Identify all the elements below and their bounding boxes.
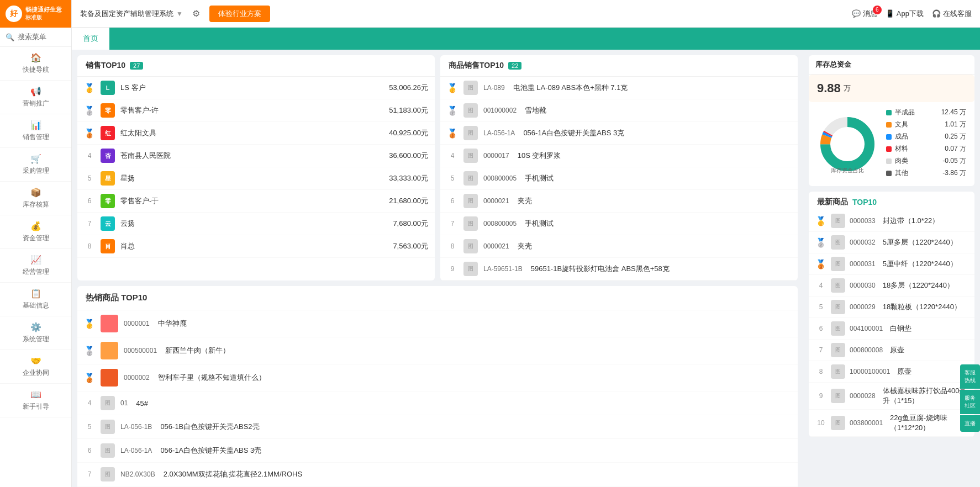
list-item: 5 图 LA-056-1B 056-1B白色按键开关壳ABS2壳 xyxy=(77,415,798,439)
legend-name: 文具 xyxy=(895,120,941,129)
notifications-button[interactable]: 💬 消息 6 xyxy=(852,9,877,19)
legend-item-other: 其他 -3.86 万 xyxy=(886,168,966,178)
product-thumbnail xyxy=(101,315,118,332)
hot-goods-title: 商品销售TOP10 xyxy=(449,61,504,71)
item-code: 01 xyxy=(120,399,128,407)
trial-button[interactable]: 体验行业方案 xyxy=(209,6,270,22)
item-name: LS 客户 xyxy=(120,83,383,93)
sidebar-item-marketing-label: 营销推广 xyxy=(23,99,49,108)
item-code: 0000001 xyxy=(124,320,150,327)
legend-dot xyxy=(886,171,892,176)
rank-num: 9 xyxy=(447,265,458,273)
rank-num: 5 xyxy=(447,174,458,182)
item-code: 000800005 xyxy=(483,174,517,182)
product-avatar: 图 xyxy=(463,81,478,95)
home-icon: 🏠 xyxy=(30,52,41,63)
sidebar-item-collab[interactable]: 🤝 企业协同 xyxy=(0,350,71,384)
cs-live-button[interactable]: 直播 xyxy=(960,415,980,432)
sidebar-item-basics[interactable]: 📋 基础信息 xyxy=(0,283,71,316)
item-code: LA-056-1A xyxy=(120,447,152,454)
sidebar-item-system-label: 系统管理 xyxy=(23,335,49,344)
rank-num-5: 5 xyxy=(84,174,95,182)
item-name: 原壶 xyxy=(890,345,968,355)
rank-num: 5 xyxy=(815,303,826,311)
top-row: 销售TOP10 27 🥇 L LS 客户 53,006.26元 🥈 零 xyxy=(77,55,798,280)
item-amount: 7,680.00元 xyxy=(393,219,428,229)
list-item: 🥉 图 LA-056-1A 056-1A白色按键开关盖ABS 3克 xyxy=(440,122,798,145)
list-item: 7 图 000800005 手机测试 xyxy=(440,213,798,235)
product-avatar: 图 xyxy=(101,467,115,481)
sidebar-item-sales[interactable]: 📊 销售管理 xyxy=(0,114,71,148)
logo-icon: 好 xyxy=(6,6,22,22)
item-code: 001000002 xyxy=(483,107,517,114)
list-item: 🥈 000500001 新西兰牛肉（新牛） xyxy=(77,337,798,364)
sidebar-item-home[interactable]: 🏠 快捷导航 xyxy=(0,47,71,81)
cs-community-button[interactable]: 服务社区 xyxy=(960,390,980,414)
sidebar-item-finance-label: 资金管理 xyxy=(23,234,49,243)
product-avatar: 图 xyxy=(831,321,845,336)
sidebar-item-system[interactable]: ⚙️ 系统管理 xyxy=(0,316,71,350)
legend-item-material: 材料 0.07 万 xyxy=(886,144,966,153)
rank-medal-1: 🥇 xyxy=(84,83,95,93)
sidebar-item-guide[interactable]: 📖 新手引导 xyxy=(0,384,71,417)
legend-item-stationery: 文具 1.01 万 xyxy=(886,120,966,129)
rank-medal: 🥉 xyxy=(447,128,458,139)
tab-home[interactable]: 首页 xyxy=(72,28,109,50)
product-avatar: 图 xyxy=(101,396,115,410)
sidebar-item-basics-label: 基础信息 xyxy=(23,301,49,310)
rank-num: 9 xyxy=(815,392,826,400)
search-menu-label: 搜索菜单 xyxy=(18,32,46,42)
rank-medal-2: 🥈 xyxy=(84,105,95,116)
item-code: LA-056-1B xyxy=(120,423,152,431)
item-amount: 7,563.00元 xyxy=(393,241,428,251)
sidebar-item-finance[interactable]: 💰 资金管理 xyxy=(0,215,71,249)
legend-name: 成品 xyxy=(895,132,941,141)
rank-num-8: 8 xyxy=(84,242,95,250)
list-item: 4 图 0000017 10S 变利罗浆 xyxy=(440,145,798,167)
basics-icon: 📋 xyxy=(30,288,41,299)
rank-num: 4 xyxy=(447,152,458,160)
list-item: 🥈 零 零售客户-许 51,183.00元 xyxy=(77,99,435,122)
sidebar-item-collab-label: 企业协同 xyxy=(23,368,49,378)
item-name: 雪地靴 xyxy=(525,105,791,115)
customer-service-sidebar: 客服热线 服务社区 直播 xyxy=(960,364,980,432)
list-item: 🥇 L LS 客户 53,006.26元 xyxy=(77,77,435,99)
product-avatar: 图 xyxy=(463,149,478,163)
item-name: 手机测试 xyxy=(525,173,791,183)
sidebar-item-operations[interactable]: 📈 经营管理 xyxy=(0,249,71,283)
list-item: 🥇 图 LA-089 电池盖 LA-089 ABS本色+黑种 7.1克 xyxy=(440,77,798,99)
sidebar-nav: 🏠 快捷导航 📢 营销推广 📊 销售管理 🛒 采购管理 📦 库存核算 💰 资金管… xyxy=(0,47,71,487)
product-avatar: 图 xyxy=(831,389,845,403)
top-sales-title: 销售TOP10 xyxy=(86,61,125,71)
online-service-button[interactable]: 🎧 在线客服 xyxy=(932,9,972,19)
item-name: 红太阳文具 xyxy=(120,128,383,138)
system-name: 装备及固定资产辅助管理系统 xyxy=(80,9,173,19)
chart-label: 库存资金占比 xyxy=(831,167,864,174)
item-name: 星扬 xyxy=(120,173,383,183)
item-code: 10000100001 xyxy=(850,368,890,375)
system-selector[interactable]: 装备及固定资产辅助管理系统 ▼ xyxy=(80,9,183,19)
sidebar-item-marketing[interactable]: 📢 营销推广 xyxy=(0,81,71,114)
topbar-right: 💬 消息 6 📱 App下载 🎧 在线客服 xyxy=(852,9,972,19)
item-code: LA-089 xyxy=(483,84,505,92)
avatar: 杏 xyxy=(101,149,115,163)
inventory-card: 库存总资金 9.88 万 xyxy=(809,55,974,186)
sidebar-item-purchase[interactable]: 🛒 采购管理 xyxy=(0,148,71,182)
rank-medal: 🥇 xyxy=(84,319,95,329)
new-products-accent: TOP10 xyxy=(852,198,877,207)
app-download-button[interactable]: 📱 App下载 xyxy=(886,9,924,19)
notification-badge: 6 xyxy=(873,6,882,14)
rank-num-7: 7 xyxy=(84,220,95,227)
search-menu[interactable]: 🔍 搜索菜单 xyxy=(0,28,71,47)
purchase-icon: 🛒 xyxy=(30,153,41,164)
sidebar-item-inventory[interactable]: 📦 库存核算 xyxy=(0,182,71,215)
product-avatar: 图 xyxy=(101,420,115,434)
cs-hotline-button[interactable]: 客服热线 xyxy=(960,364,980,389)
legend-value: 1.01 万 xyxy=(945,120,966,129)
list-item: 🥉 0000002 智利车子里（规格不知道填什么） xyxy=(77,364,798,391)
sidebar-item-operations-label: 经营管理 xyxy=(23,267,49,277)
marketing-icon: 📢 xyxy=(30,86,41,97)
item-name: 056-1A白色按键开关盖ABS 3壳 xyxy=(160,446,791,456)
item-name: 59651-1B旋转投影灯电池盒 ABS黑色+58克 xyxy=(531,264,791,274)
settings-button[interactable]: ⚙ xyxy=(188,6,204,22)
